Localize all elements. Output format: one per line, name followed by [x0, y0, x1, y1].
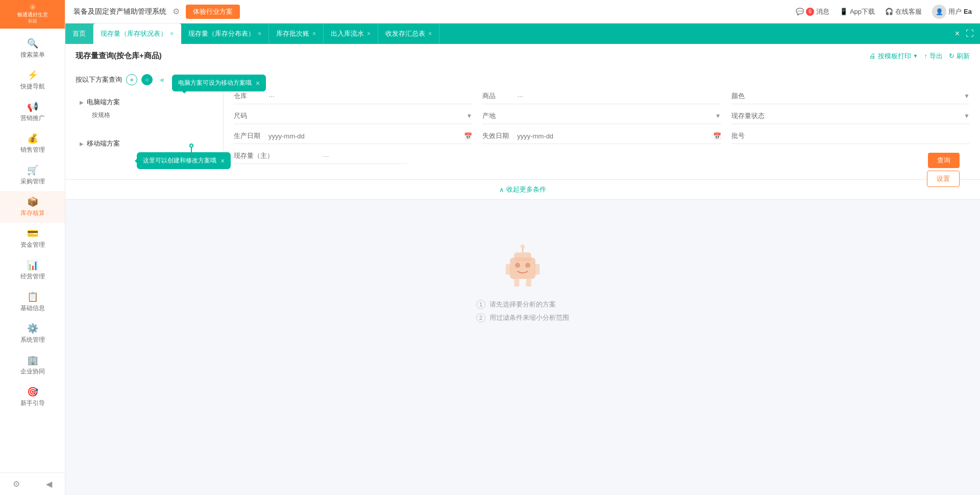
- tab-in-out-flow[interactable]: 出入库流水 ×: [324, 23, 378, 44]
- inventory-main-min-input[interactable]: [278, 152, 318, 160]
- print-dropdown-icon: ▼: [913, 53, 918, 59]
- desktop-scheme-item[interactable]: ▶ 电脑端方案: [76, 96, 223, 109]
- tab-inventory-dist[interactable]: 现存量（库存分布表） ×: [181, 23, 269, 44]
- export-btn[interactable]: ↑ 导出: [924, 52, 943, 61]
- color-field: 颜色 ▼: [731, 91, 970, 104]
- industry-btn[interactable]: 体验行业方案: [186, 5, 240, 19]
- tab-close-inventory-dist[interactable]: ×: [258, 30, 261, 37]
- message-label: 消息: [816, 7, 829, 16]
- support-icon: 🎧: [885, 8, 893, 15]
- page-title: 现存量查询(按仓库+商品): [76, 51, 162, 61]
- production-date-input[interactable]: [268, 132, 460, 140]
- sidebar-item-label: 营销推广: [20, 114, 45, 123]
- settings-bottom-btn[interactable]: ⚙: [13, 479, 20, 489]
- scheme-sub-items: 按规格: [76, 109, 223, 122]
- mobile-scheme-label: 移动端方案: [87, 139, 120, 148]
- sidebar-item-system[interactable]: ⚙️ 系统管理: [0, 318, 65, 349]
- size-input[interactable]: [268, 112, 462, 120]
- online-support-label: 在线客服: [895, 7, 922, 16]
- print-template-btn[interactable]: 🖨 按模板打印 ▼: [869, 52, 918, 61]
- size-dropdown-icon[interactable]: ▼: [466, 112, 472, 120]
- header-left: 装备及固定资产辅助管理系统 ⚙ 体验行业方案: [74, 5, 240, 19]
- svg-rect-3: [514, 252, 531, 261]
- production-date-calendar-icon[interactable]: 📅: [464, 132, 472, 140]
- reset-btn[interactable]: 设置: [927, 171, 960, 187]
- online-support-btn[interactable]: 🎧 在线客服: [885, 7, 922, 16]
- filter-row1: 仓库 ··· 商品 ··· 颜色 ▼: [224, 91, 970, 104]
- batch-no-input[interactable]: [766, 132, 970, 140]
- sidebar-item-marketing[interactable]: 📢 营销推广: [0, 96, 65, 128]
- warehouse-input[interactable]: [279, 92, 473, 100]
- query-body: ▶ 电脑端方案 按规格 这里可以创建和修改方案哦: [76, 91, 970, 171]
- tab-batch-ledger[interactable]: 库存批次账 ×: [269, 23, 324, 44]
- filter-add-btn[interactable]: +: [126, 74, 137, 85]
- tooltip1-close[interactable]: ×: [256, 79, 260, 87]
- origin-label: 产地: [482, 111, 513, 121]
- tab-home[interactable]: 首页: [65, 23, 93, 44]
- warehouse-more-icon[interactable]: ···: [268, 92, 275, 100]
- origin-input[interactable]: [517, 112, 710, 120]
- header-gear-icon[interactable]: ⚙: [173, 7, 180, 16]
- tab-bar-right: × ⛶: [953, 27, 980, 40]
- color-dropdown-icon[interactable]: ▼: [964, 92, 970, 100]
- sidebar-item-inventory[interactable]: 📦 库存核算: [0, 191, 65, 223]
- origin-field: 产地 ▼: [482, 111, 721, 124]
- expiry-date-input[interactable]: [517, 132, 708, 140]
- filter-circle-btn[interactable]: ○: [141, 74, 153, 85]
- sidebar-item-basic-info[interactable]: 📋 基础信息: [0, 286, 65, 318]
- product-more-icon[interactable]: ···: [517, 92, 523, 100]
- filter-fields-panel: 仓库 ··· 商品 ··· 颜色 ▼: [224, 91, 970, 171]
- sidebar-item-operations[interactable]: 📊 经营管理: [0, 254, 65, 286]
- tab-close-receive-summary[interactable]: ×: [428, 30, 432, 37]
- collapse-sidebar-btn[interactable]: ◀: [46, 479, 52, 489]
- app-download-label: App下载: [850, 7, 875, 16]
- app-download-btn[interactable]: 📱 App下载: [840, 7, 875, 16]
- sidebar-item-finance[interactable]: 💳 资金管理: [0, 223, 65, 254]
- tab-batch-ledger-label: 库存批次账: [276, 29, 309, 38]
- filter-back-btn[interactable]: «: [157, 74, 168, 85]
- collapse-btn[interactable]: ∧ 收起更多条件: [65, 180, 980, 200]
- app-logo-icon: 6: [24, 4, 41, 10]
- mobile-scheme-item[interactable]: ▶ 移动端方案: [76, 137, 223, 150]
- sidebar-item-search-menu[interactable]: 🔍 搜索菜单: [0, 33, 65, 64]
- tip-num-2: 2: [476, 313, 485, 322]
- product-input[interactable]: [527, 92, 721, 100]
- refresh-btn[interactable]: ↻ 刷新: [949, 52, 970, 61]
- tooltip1: 电脑方案可设为移动方案哦 ×: [172, 75, 266, 91]
- empty-state: 1 请先选择要分析的方案 2 用过滤条件来缩小分析范围: [65, 200, 980, 363]
- sidebar-item-sales[interactable]: 💰 销售管理: [0, 128, 65, 159]
- product-label: 商品: [482, 91, 513, 101]
- marketing-icon: 📢: [27, 101, 38, 112]
- svg-rect-9: [526, 279, 531, 287]
- warehouse-field: 仓库 ···: [234, 91, 472, 104]
- tab-close-batch-ledger[interactable]: ×: [312, 30, 316, 37]
- tooltip2-close[interactable]: ×: [220, 157, 225, 165]
- inventory-main-max-input[interactable]: [333, 152, 374, 160]
- sidebar-item-quick-nav[interactable]: ⚡ 快捷导航: [0, 64, 65, 96]
- tab-close-in-out-flow[interactable]: ×: [367, 30, 371, 37]
- expiry-date-calendar-icon[interactable]: 📅: [713, 132, 721, 140]
- tab-close-inventory-status[interactable]: ×: [170, 30, 174, 37]
- scheme-sub-item-spec[interactable]: 按规格: [88, 109, 223, 122]
- message-btn[interactable]: 💬 6 消息: [796, 7, 829, 16]
- tab-inventory-status[interactable]: 现存量（库存状况表） ×: [93, 23, 181, 44]
- tab-receive-summary-label: 收发存汇总表: [385, 29, 425, 38]
- tab-close-all-icon[interactable]: ×: [953, 27, 962, 40]
- user-label: 用户: [948, 7, 962, 16]
- size-label: 尺码: [234, 111, 264, 121]
- color-input[interactable]: [766, 92, 960, 100]
- query-btn[interactable]: 查询: [928, 153, 960, 168]
- sidebar-item-guide[interactable]: 🎯 新手引导: [0, 381, 65, 413]
- tab-expand-icon[interactable]: ⛶: [964, 27, 976, 40]
- user-avatar-text: Ea: [964, 8, 972, 15]
- inventory-status-input[interactable]: [769, 112, 960, 120]
- sidebar-nav: 🔍 搜索菜单 ⚡ 快捷导航 📢 营销推广 💰 销售管理 🛒 采购管理 📦 库存核…: [0, 29, 65, 473]
- user-menu-btn[interactable]: 👤 用户 Ea: [932, 5, 972, 19]
- inventory-status-dropdown-icon[interactable]: ▼: [964, 112, 970, 120]
- tab-in-out-flow-label: 出入库流水: [331, 29, 364, 38]
- sidebar-item-enterprise[interactable]: 🏢 企业协同: [0, 349, 65, 381]
- sidebar-item-purchase[interactable]: 🛒 采购管理: [0, 159, 65, 191]
- tab-receive-summary[interactable]: 收发存汇总表 ×: [378, 23, 439, 44]
- origin-dropdown-icon[interactable]: ▼: [715, 112, 721, 120]
- message-badge: 6: [806, 8, 814, 16]
